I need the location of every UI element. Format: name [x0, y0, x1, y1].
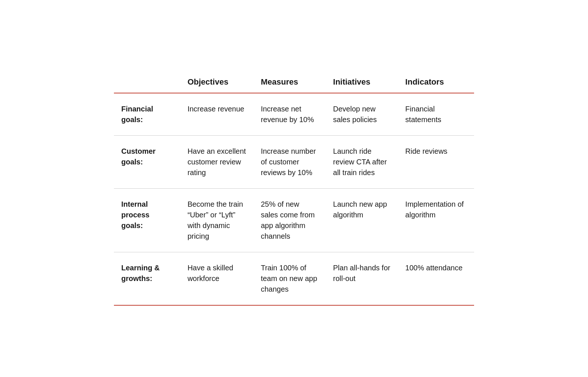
cell-customer-measures: Increase number of customer reviews by 1…	[254, 136, 326, 189]
table-header-row: Objectives Measures Initiatives Indicato…	[114, 71, 474, 93]
cell-financial-initiatives: Develop new sales policies	[326, 93, 398, 136]
cell-customer-objectives: Have an excellent customer review rating	[180, 136, 254, 189]
cell-financial-measures: Increase net revenue by 10%	[254, 93, 326, 136]
scorecard-table: Objectives Measures Initiatives Indicato…	[114, 71, 474, 306]
cell-learning-measures: Train 100% of team on new app changes	[254, 252, 326, 306]
table-row: Customer goals: Have an excellent custom…	[114, 136, 474, 189]
table-row: Internal process goals: Become the train…	[114, 189, 474, 252]
cell-learning-indicators: 100% attendance	[398, 252, 474, 306]
scorecard-table-container: Objectives Measures Initiatives Indicato…	[92, 57, 496, 320]
header-indicators: Indicators	[398, 71, 474, 93]
row-label-financial: Financial goals:	[114, 93, 180, 136]
cell-internal-objectives: Become the train “Uber” or “Lyft” with d…	[180, 189, 254, 252]
cell-financial-indicators: Financial statements	[398, 93, 474, 136]
header-initiatives: Initiatives	[326, 71, 398, 93]
table-row: Financial goals: Increase revenue Increa…	[114, 93, 474, 136]
row-label-internal: Internal process goals:	[114, 189, 180, 252]
cell-learning-objectives: Have a skilled workforce	[180, 252, 254, 306]
cell-financial-objectives: Increase revenue	[180, 93, 254, 136]
header-category	[114, 71, 180, 93]
row-label-customer: Customer goals:	[114, 136, 180, 189]
cell-internal-indicators: Implementation of algorithm	[398, 189, 474, 252]
cell-customer-initiatives: Launch ride review CTA after all train r…	[326, 136, 398, 189]
cell-learning-initiatives: Plan all-hands for roll-out	[326, 252, 398, 306]
header-measures: Measures	[254, 71, 326, 93]
cell-internal-initiatives: Launch new app algorithm	[326, 189, 398, 252]
table-row: Learning & growths: Have a skilled workf…	[114, 252, 474, 306]
row-label-learning: Learning & growths:	[114, 252, 180, 306]
header-objectives: Objectives	[180, 71, 254, 93]
cell-customer-indicators: Ride reviews	[398, 136, 474, 189]
cell-internal-measures: 25% of new sales come from app algorithm…	[254, 189, 326, 252]
